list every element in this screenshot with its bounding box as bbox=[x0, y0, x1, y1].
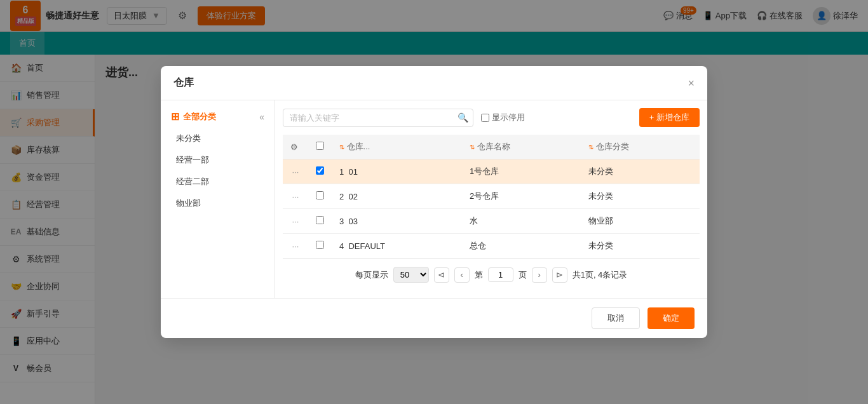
first-page-button[interactable]: ⊲ bbox=[434, 267, 449, 283]
table-row[interactable]: ··· 2 02 2号仓库 未分类 bbox=[283, 184, 700, 209]
row-checkbox[interactable] bbox=[316, 166, 324, 175]
row-more-icon[interactable]: ··· bbox=[292, 241, 299, 251]
row-seq-code: 4 DEFAULT bbox=[332, 234, 462, 259]
row-seq-code: 1 01 bbox=[332, 159, 462, 184]
table-panel: 🔍 显示停用 + 新增仓库 ⚙ bbox=[275, 100, 707, 298]
row-category: 未分类 bbox=[581, 234, 700, 259]
page-size-select[interactable]: 10 20 50 100 bbox=[393, 267, 429, 283]
row-check-cell bbox=[308, 184, 332, 209]
next-page-icon: › bbox=[538, 270, 540, 279]
row-check-cell bbox=[308, 234, 332, 259]
next-page-button[interactable]: › bbox=[532, 267, 547, 283]
page-size-label: 每页显示 bbox=[355, 269, 388, 281]
search-input[interactable] bbox=[283, 109, 473, 127]
last-page-button[interactable]: ⊳ bbox=[552, 267, 567, 283]
search-wrap: 🔍 bbox=[283, 109, 473, 127]
col-header-category: ⇅ 仓库分类 bbox=[581, 135, 700, 159]
row-action-cell: ··· bbox=[283, 184, 308, 209]
row-checkbox[interactable] bbox=[316, 241, 324, 249]
category-item-property[interactable]: 物业部 bbox=[161, 192, 275, 214]
show-disabled-label[interactable]: 显示停用 bbox=[481, 112, 525, 123]
modal-title: 仓库 bbox=[173, 76, 194, 90]
row-category: 未分类 bbox=[581, 184, 700, 209]
modal-body: ⊞ 全部分类 « 未分类 经营一部 经营二部 物业部 bbox=[161, 100, 707, 298]
sort-icon: ⇅ bbox=[339, 144, 344, 151]
row-more-icon[interactable]: ··· bbox=[292, 217, 299, 226]
collapse-icon[interactable]: « bbox=[259, 112, 264, 122]
col-header-check bbox=[308, 135, 332, 159]
cancel-button[interactable]: 取消 bbox=[592, 307, 640, 329]
table-row[interactable]: ··· 4 DEFAULT 总仓 未分类 bbox=[283, 234, 700, 259]
row-name: 2号仓库 bbox=[462, 184, 581, 209]
add-warehouse-button[interactable]: + 新增仓库 bbox=[639, 108, 700, 127]
col-header-code: ⇅ 仓库... bbox=[332, 135, 462, 159]
sort-icon: ⇅ bbox=[470, 144, 475, 151]
row-more-icon[interactable]: ··· bbox=[292, 192, 299, 201]
sort-icon: ⇅ bbox=[588, 144, 593, 151]
show-disabled-checkbox[interactable] bbox=[481, 114, 489, 122]
table-row[interactable]: ··· 3 03 水 物业部 bbox=[283, 209, 700, 234]
category-item-ops1[interactable]: 经营一部 bbox=[161, 149, 275, 171]
category-item-unclassified[interactable]: 未分类 bbox=[161, 128, 275, 149]
prev-page-icon: ‹ bbox=[460, 270, 463, 279]
last-page-icon: ⊳ bbox=[556, 270, 563, 279]
modal-close-button[interactable]: × bbox=[688, 77, 695, 89]
search-icon[interactable]: 🔍 bbox=[458, 112, 468, 123]
col-header-name: ⇅ 仓库名称 bbox=[462, 135, 581, 159]
warehouse-modal: 仓库 × ⊞ 全部分类 « 未分类 经营一部 bbox=[161, 66, 707, 338]
table-toolbar: 🔍 显示停用 + 新增仓库 bbox=[283, 108, 700, 127]
category-panel: ⊞ 全部分类 « 未分类 经营一部 经营二部 物业部 bbox=[161, 100, 275, 298]
pagination: 每页显示 10 20 50 100 ⊲ ‹ 第 页 bbox=[283, 259, 700, 290]
confirm-button[interactable]: 确定 bbox=[648, 307, 695, 329]
row-checkbox[interactable] bbox=[316, 216, 324, 224]
table-container: ⚙ ⇅ 仓库... ⇅ bbox=[283, 135, 700, 259]
modal-overlay: 仓库 × ⊞ 全部分类 « 未分类 经营一部 bbox=[0, 0, 868, 404]
category-all-header[interactable]: ⊞ 全部分类 « bbox=[161, 105, 275, 128]
row-category: 物业部 bbox=[581, 209, 700, 234]
page-label: 第 bbox=[475, 269, 483, 281]
row-checkbox[interactable] bbox=[316, 191, 324, 199]
warehouse-table: ⚙ ⇅ 仓库... ⇅ bbox=[283, 135, 700, 259]
row-action-cell: ··· bbox=[283, 234, 308, 259]
page-unit: 页 bbox=[519, 269, 527, 281]
table-body: ··· 1 01 1号仓库 未分类 ··· 2 02 2号仓库 未分类 ··· bbox=[283, 159, 700, 259]
modal-footer: 取消 确定 bbox=[161, 298, 707, 338]
row-category: 未分类 bbox=[581, 159, 700, 184]
col-header-gear: ⚙ bbox=[283, 135, 308, 159]
modal-header: 仓库 × bbox=[161, 66, 707, 100]
row-check-cell bbox=[308, 159, 332, 184]
grid-icon: ⊞ bbox=[171, 111, 179, 123]
category-all-label: ⊞ 全部分类 bbox=[171, 111, 216, 123]
first-page-icon: ⊲ bbox=[438, 270, 445, 279]
row-name: 总仓 bbox=[462, 234, 581, 259]
page-number-input[interactable] bbox=[488, 267, 513, 282]
prev-page-button[interactable]: ‹ bbox=[454, 267, 470, 283]
category-item-ops2[interactable]: 经营二部 bbox=[161, 171, 275, 192]
row-seq-code: 2 02 bbox=[332, 184, 462, 209]
row-seq-code: 3 03 bbox=[332, 209, 462, 234]
row-name: 1号仓库 bbox=[462, 159, 581, 184]
gear-icon: ⚙ bbox=[290, 142, 298, 152]
category-all-text: 全部分类 bbox=[183, 111, 216, 123]
row-action-cell: ··· bbox=[283, 159, 308, 184]
row-check-cell bbox=[308, 209, 332, 234]
row-action-cell: ··· bbox=[283, 209, 308, 234]
total-info: 共1页, 4条记录 bbox=[573, 269, 628, 281]
select-all-checkbox[interactable] bbox=[316, 142, 324, 150]
row-more-icon[interactable]: ··· bbox=[292, 167, 299, 177]
row-name: 水 bbox=[462, 209, 581, 234]
table-row[interactable]: ··· 1 01 1号仓库 未分类 bbox=[283, 159, 700, 184]
table-head: ⚙ ⇅ 仓库... ⇅ bbox=[283, 135, 700, 159]
